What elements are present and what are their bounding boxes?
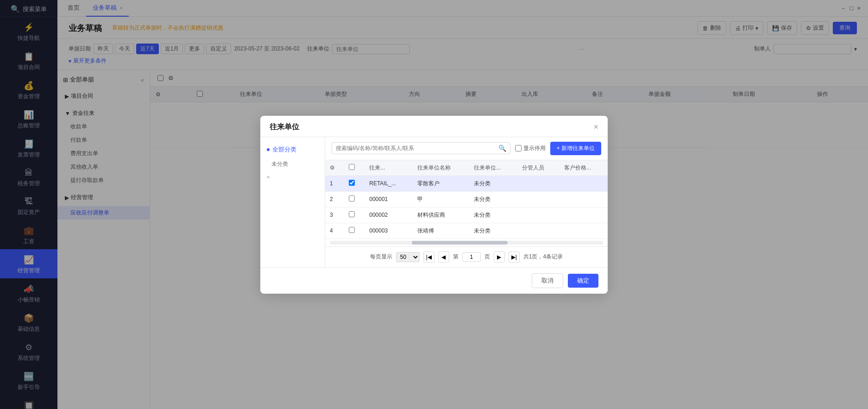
dleft-all-label: 全部分类 (272, 145, 296, 154)
prev-page-btn[interactable]: ◀ (438, 252, 449, 263)
search-input[interactable] (336, 145, 496, 151)
per-page-label: 每页显示 (370, 253, 392, 261)
last-page-btn[interactable]: ▶| (509, 252, 520, 263)
next-page-btn[interactable]: ▶ (494, 252, 505, 263)
search-box: 🔍 (332, 142, 510, 154)
row-checkbox[interactable] (349, 211, 355, 217)
page-suffix: 页 (484, 253, 490, 261)
dcol-manager: 分管人员 (517, 160, 560, 176)
row-check[interactable] (344, 223, 365, 239)
row-check[interactable] (344, 191, 365, 207)
dialog-close-button[interactable]: × (593, 123, 598, 131)
dleft-item-all[interactable]: 全部分类 (260, 142, 325, 157)
confirm-button[interactable]: 确定 (568, 274, 598, 288)
total-info: 共1页，4条记录 (523, 253, 563, 261)
cancel-button[interactable]: 取消 (532, 273, 563, 288)
row-no: 2 (325, 191, 344, 207)
add-partner-button[interactable]: + 新增往来单位 (550, 142, 601, 155)
dcol-name: 往来单位名称 (413, 160, 470, 176)
dtable-select-all[interactable] (349, 164, 355, 170)
show-disabled-label: 显示停用 (523, 145, 546, 152)
row-check[interactable] (344, 176, 365, 191)
dialog-toolbar: 🔍 显示停用 + 新增往来单位 (325, 137, 608, 160)
row-price (560, 176, 608, 191)
row-code: 000003 (365, 223, 413, 239)
collapse-left-icon: « (267, 174, 270, 180)
row-checkbox[interactable] (349, 180, 355, 186)
dialog-footer: 取消 确定 (260, 267, 608, 294)
dialog-title: 往来单位 (270, 122, 299, 132)
row-category: 未分类 (469, 207, 517, 223)
dleft-collapse-btn[interactable]: « (260, 171, 325, 183)
scrollbar-track (330, 241, 603, 245)
row-name: 材料供应商 (413, 207, 470, 223)
dialog-table-row[interactable]: 4 000003 张靖傅 未分类 (325, 223, 608, 239)
row-checkbox[interactable] (349, 195, 355, 201)
row-price (560, 191, 608, 207)
page-label: 第 (453, 253, 459, 261)
show-disabled-checkbox[interactable] (515, 145, 522, 151)
row-manager (517, 176, 560, 191)
row-code: RETAIL_... (365, 176, 413, 191)
scrollbar-thumb[interactable] (412, 241, 508, 245)
row-name: 张靖傅 (413, 223, 470, 239)
active-indicator (267, 148, 270, 151)
row-manager (517, 191, 560, 207)
row-name: 零散客户 (413, 176, 470, 191)
dialog-table-wrap: ⚙ 往来... 往来单位名称 往来单位... 分管人员 客户价格... 1 (325, 160, 608, 246)
dleft-item-uncategorized[interactable]: 未分类 (260, 157, 325, 171)
dialog-table-row[interactable]: 2 000001 甲 未分类 (325, 191, 608, 207)
dcol-code: 往来... (365, 160, 413, 176)
row-checkbox[interactable] (349, 227, 355, 233)
show-disabled-toggle[interactable]: 显示停用 (515, 145, 546, 152)
row-manager (517, 223, 560, 239)
dialog-table-row[interactable]: 3 000002 材料供应商 未分类 (325, 207, 608, 223)
row-name: 甲 (413, 191, 470, 207)
row-category: 未分类 (469, 223, 517, 239)
modal-overlay: 往来单位 × 全部分类 未分类 « (0, 0, 868, 409)
row-price (560, 207, 608, 223)
row-check[interactable] (344, 207, 365, 223)
row-no: 4 (325, 223, 344, 239)
row-code: 000001 (365, 191, 413, 207)
dleft-uncategorized-label: 未分类 (271, 161, 288, 167)
dialog-left-panel: 全部分类 未分类 « (260, 137, 325, 267)
dialog-body: 全部分类 未分类 « 🔍 (260, 137, 608, 267)
row-category: 未分类 (469, 191, 517, 207)
per-page-select[interactable]: 50 100 (396, 252, 420, 262)
first-page-btn[interactable]: |◀ (423, 252, 434, 263)
dialog-right-panel: 🔍 显示停用 + 新增往来单位 ⚙ (325, 137, 608, 267)
dialog-table-row[interactable]: 1 RETAIL_... 零散客户 未分类 (325, 176, 608, 191)
row-price (560, 223, 608, 239)
dialog-table: ⚙ 往来... 往来单位名称 往来单位... 分管人员 客户价格... 1 (325, 160, 608, 239)
page-number-input[interactable] (462, 252, 481, 262)
dcol-price: 客户价格... (560, 160, 608, 176)
dcol-check (344, 160, 365, 176)
row-manager (517, 207, 560, 223)
dcol-category: 往来单位... (469, 160, 517, 176)
dialog-pagination: 每页显示 50 100 |◀ ◀ 第 页 ▶ ▶| 共1页，4条记录 (325, 246, 608, 267)
dcol-settings: ⚙ (325, 160, 344, 176)
partner-dialog: 往来单位 × 全部分类 未分类 « (260, 116, 608, 294)
row-no: 3 (325, 207, 344, 223)
row-no: 1 (325, 176, 344, 191)
row-code: 000002 (365, 207, 413, 223)
search-icon: 🔍 (498, 145, 506, 152)
row-category: 未分类 (469, 176, 517, 191)
dialog-header: 往来单位 × (260, 116, 608, 137)
